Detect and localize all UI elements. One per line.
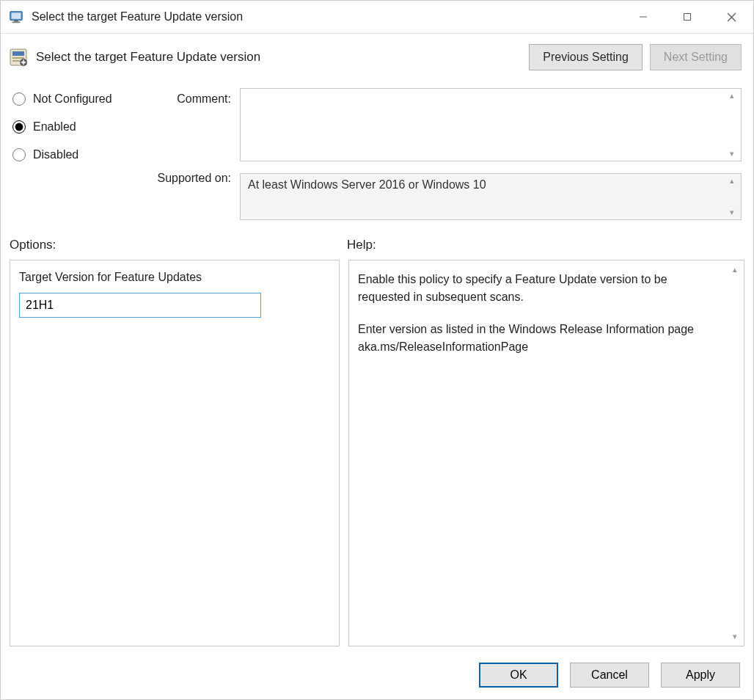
scroll-up-icon[interactable]: ▴ (726, 92, 738, 100)
window-title: Select the target Feature Update version (32, 10, 621, 23)
scroll-up-icon: ▴ (726, 177, 738, 185)
config-top: Not Configured Enabled Disabled Comment:… (1, 81, 753, 220)
radio-not-configured-label: Not Configured (33, 92, 112, 106)
cancel-button[interactable]: Cancel (570, 663, 649, 688)
svg-rect-2 (14, 21, 18, 22)
maximize-button[interactable] (665, 1, 709, 34)
help-paragraph-1: Enable this policy to specify a Feature … (358, 271, 720, 306)
supported-on-box: At least Windows Server 2016 or Windows … (240, 173, 742, 220)
minimize-button[interactable] (621, 1, 665, 34)
help-text: Enable this policy to specify a Feature … (358, 271, 735, 356)
comment-label: Comment: (144, 92, 231, 106)
policy-editor-window: Select the target Feature Update version (0, 0, 754, 700)
scroll-down-icon: ▾ (726, 208, 738, 216)
radio-not-configured[interactable]: Not Configured (12, 92, 144, 106)
options-heading: Options: (10, 238, 347, 252)
scroll-down-icon[interactable]: ▾ (726, 150, 738, 158)
apply-button[interactable]: Apply (661, 663, 740, 688)
help-pane: Enable this policy to specify a Feature … (348, 260, 744, 646)
titlebar: Select the target Feature Update version (1, 1, 753, 34)
svg-rect-3 (12, 21, 21, 23)
svg-rect-10 (12, 57, 24, 59)
ok-button[interactable]: OK (479, 663, 558, 688)
radio-disabled[interactable]: Disabled (12, 148, 144, 161)
comment-scroll[interactable]: ▴ ▾ (726, 92, 738, 158)
policy-title: Select the target Feature Update version (36, 50, 521, 65)
help-paragraph-2: Enter version as listed in the Windows R… (358, 321, 720, 356)
svg-rect-1 (12, 13, 21, 19)
svg-rect-5 (684, 14, 691, 21)
svg-rect-9 (12, 51, 24, 56)
radio-enabled[interactable]: Enabled (12, 120, 144, 134)
radio-enabled-input[interactable] (12, 120, 26, 134)
svg-rect-11 (12, 60, 20, 62)
help-scroll[interactable]: ▴ ▾ (729, 265, 741, 641)
policy-header: Select the target Feature Update version… (1, 34, 753, 81)
supported-scroll: ▴ ▾ (726, 177, 738, 216)
supported-on-text: At least Windows Server 2016 or Windows … (241, 174, 741, 196)
supported-on-label: Supported on: (144, 172, 231, 185)
close-button[interactable] (709, 1, 753, 34)
fields-column: ▴ ▾ At least Windows Server 2016 or Wind… (240, 88, 742, 220)
target-version-label: Target Version for Feature Updates (19, 271, 330, 284)
radio-not-configured-input[interactable] (12, 92, 26, 106)
state-radio-group: Not Configured Enabled Disabled (12, 88, 144, 220)
panes-container: Target Version for Feature Updates Enabl… (1, 260, 753, 657)
app-icon (8, 9, 24, 25)
section-labels: Options: Help: (1, 220, 753, 260)
svg-point-13 (22, 61, 25, 64)
previous-setting-button[interactable]: Previous Setting (529, 44, 643, 70)
dialog-footer: OK Cancel Apply (1, 657, 753, 699)
radio-disabled-input[interactable] (12, 148, 26, 161)
next-setting-button: Next Setting (650, 44, 742, 70)
comment-textarea[interactable]: ▴ ▾ (240, 88, 742, 161)
scroll-down-icon[interactable]: ▾ (729, 632, 741, 641)
radio-enabled-label: Enabled (33, 120, 76, 134)
field-labels-column: Comment: Supported on: (144, 88, 240, 220)
window-controls (621, 1, 753, 34)
options-pane: Target Version for Feature Updates (10, 260, 340, 646)
policy-icon (8, 47, 29, 68)
target-version-input[interactable] (19, 293, 261, 318)
help-heading: Help: (347, 238, 376, 252)
radio-disabled-label: Disabled (33, 148, 78, 161)
scroll-up-icon[interactable]: ▴ (729, 265, 741, 274)
